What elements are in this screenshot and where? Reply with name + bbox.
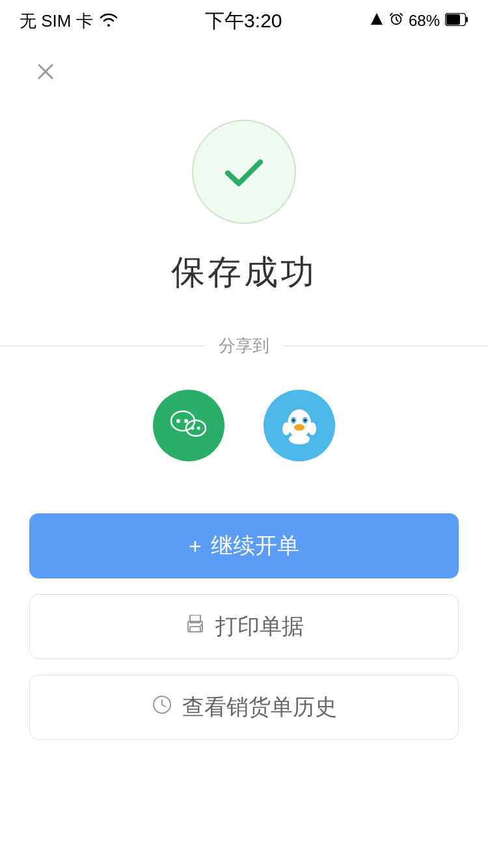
location-icon <box>370 12 384 30</box>
svg-point-11 <box>197 427 200 430</box>
svg-point-8 <box>184 419 188 423</box>
plus-icon: + <box>189 534 202 559</box>
success-title: 保存成功 <box>171 250 317 295</box>
print-button[interactable]: 打印单据 <box>29 594 459 659</box>
svg-point-20 <box>289 434 310 444</box>
history-button[interactable]: 查看销货单历史 <box>29 675 459 740</box>
action-buttons: + 继续开单 打印单据 查看销货单历史 <box>29 513 459 740</box>
wifi-icon <box>100 11 118 31</box>
svg-rect-2 <box>446 14 460 25</box>
signal-text: 无 SIM 卡 <box>20 10 93 33</box>
history-label: 查看销货单历史 <box>182 692 337 722</box>
share-section: 分享到 <box>0 334 488 357</box>
print-label: 打印单据 <box>215 612 304 642</box>
battery-icon <box>445 12 468 30</box>
history-icon <box>151 694 173 721</box>
svg-point-16 <box>304 419 306 422</box>
continue-label: 继续开单 <box>211 531 299 561</box>
svg-point-24 <box>200 624 202 626</box>
alarm-icon <box>389 12 403 30</box>
svg-point-15 <box>292 419 295 422</box>
svg-point-10 <box>191 427 195 430</box>
print-icon <box>184 614 206 640</box>
svg-point-18 <box>282 422 290 435</box>
share-label: 分享到 <box>206 334 282 357</box>
status-right: 68% <box>370 12 468 30</box>
svg-point-12 <box>288 409 311 438</box>
wechat-share-button[interactable] <box>153 390 224 461</box>
svg-point-9 <box>186 420 206 436</box>
share-icons-group <box>153 390 335 461</box>
continue-button[interactable]: + 继续开单 <box>29 513 459 578</box>
svg-point-19 <box>308 422 316 435</box>
qq-share-button[interactable] <box>264 390 335 461</box>
main-content: 保存成功 分享到 <box>0 42 488 740</box>
status-time: 下午3:20 <box>205 8 282 34</box>
svg-rect-23 <box>190 627 200 632</box>
svg-rect-3 <box>466 17 468 22</box>
success-icon-circle <box>192 120 296 224</box>
svg-point-17 <box>294 424 305 431</box>
status-left: 无 SIM 卡 <box>20 10 118 33</box>
close-button[interactable] <box>26 52 65 91</box>
battery-percent: 68% <box>409 12 440 30</box>
status-bar: 无 SIM 卡 下午3:20 68% <box>0 0 488 42</box>
svg-point-7 <box>176 419 180 423</box>
